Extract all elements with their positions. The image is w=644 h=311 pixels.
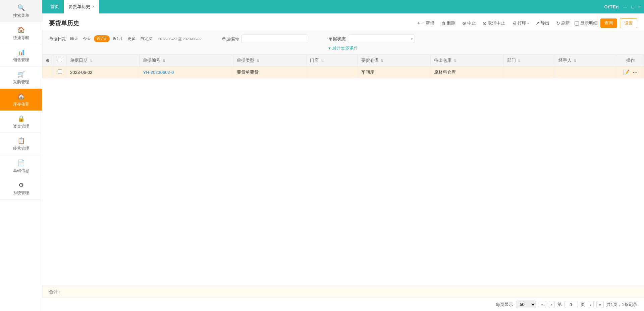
close-tab-button[interactable]: ×	[92, 4, 95, 9]
per-page-select[interactable]: 20 50 100	[516, 301, 536, 308]
new-label: + 新增	[422, 20, 434, 26]
page-title: 要货单历史	[49, 19, 414, 27]
sidebar-item-purchase[interactable]: 🛒 采购管理	[0, 66, 42, 89]
sort-store-icon[interactable]: ⇅	[321, 59, 324, 62]
col-settings[interactable]: ⚙	[42, 55, 53, 66]
date-btn-7days[interactable]: 近7天	[94, 35, 110, 42]
total-info: 共1页，1条记录	[606, 302, 637, 308]
sidebar-item-label: 系统管理	[13, 190, 29, 196]
row-req-warehouse: 车间库	[358, 66, 430, 78]
stop-icon: ⊗	[462, 20, 466, 26]
date-range-display: 2023-05-27 至 2023-06-02	[158, 37, 202, 42]
sidebar-item-search-menu[interactable]: 🔍 搜索菜单	[0, 0, 42, 22]
minimize-button[interactable]: —	[623, 4, 628, 9]
sort-pending-warehouse-icon[interactable]: ⇅	[454, 59, 457, 62]
row-store	[306, 66, 358, 78]
show-detail-checkbox[interactable]	[575, 21, 579, 26]
col-number: 单据编号 ⇅	[140, 55, 233, 66]
sidebar-item-operation[interactable]: 📋 经营管理	[0, 133, 42, 155]
refresh-icon: ↻	[556, 20, 560, 26]
sidebar-item-basic-info[interactable]: 📄 基础信息	[0, 155, 42, 177]
date-btn-1month[interactable]: 近1月	[111, 35, 125, 42]
row-handler	[555, 66, 617, 78]
date-btn-custom[interactable]: 自定义	[139, 35, 154, 42]
date-btn-yesterday[interactable]: 昨天	[68, 35, 80, 42]
row-more-button[interactable]: ⋯	[632, 69, 639, 75]
sort-req-warehouse-icon[interactable]: ⇅	[381, 59, 383, 62]
col-req-warehouse: 要货仓库 ⇅	[358, 55, 430, 66]
query-button[interactable]: 查询	[600, 18, 617, 28]
sort-handler-icon[interactable]: ⇅	[574, 59, 576, 62]
next-page-button[interactable]: ›	[588, 301, 594, 308]
sidebar-item-label: 经营管理	[13, 146, 29, 151]
expand-more-button[interactable]: ▾ 展开更多条件	[49, 45, 637, 51]
col-dept: 部门 ⇅	[503, 55, 555, 66]
sidebar-item-inventory[interactable]: 🏠 库存核算	[0, 89, 42, 111]
new-button[interactable]: ＋ + 新增	[414, 19, 436, 28]
doc-number-input[interactable]	[241, 35, 308, 43]
date-filter-group: 单据日期 昨天 今天 近7天 近1月 更多 自定义 2023-05-27 至 2…	[49, 35, 202, 42]
new-icon: ＋	[416, 20, 421, 26]
row-checkbox-cell[interactable]	[53, 66, 67, 78]
table-wrapper: ⚙ 单据日期 ⇅ 单据编号 ⇅ 单据类型	[42, 55, 644, 286]
print-label: 打印	[518, 20, 526, 26]
content-area: 要货单历史 ＋ + 新增 🗑 删除 ⊗ 中止 ⊗ 取消中止	[42, 13, 644, 311]
page-number-input[interactable]	[565, 301, 578, 308]
row-edit-button[interactable]: 📝	[622, 69, 631, 75]
settings-button[interactable]: 设置	[620, 18, 637, 28]
export-button[interactable]: ↗ 导出	[534, 19, 551, 28]
search-menu-icon: 🔍	[17, 4, 25, 11]
sidebar-item-label: 库存核算	[13, 101, 29, 107]
sidebar-item-system[interactable]: ⚙ 系统管理	[0, 177, 42, 199]
doc-status-select[interactable]	[348, 35, 415, 43]
date-btn-today[interactable]: 今天	[81, 35, 93, 42]
delete-button[interactable]: 🗑 删除	[439, 19, 458, 28]
prev-page-button[interactable]: ‹	[549, 301, 555, 308]
doc-number-link[interactable]: YH-20230602-0	[143, 70, 174, 75]
sort-date-icon[interactable]: ⇅	[90, 59, 93, 62]
show-detail-toggle[interactable]: 显示明细	[575, 20, 598, 26]
col-date: 单据日期 ⇅	[67, 55, 140, 66]
inventory-icon: 🏠	[17, 93, 25, 100]
cancel-stop-icon: ⊗	[483, 20, 487, 26]
toolbar: ＋ + 新增 🗑 删除 ⊗ 中止 ⊗ 取消中止 🖨 打印	[414, 18, 637, 28]
table-footer: 合计：	[42, 286, 644, 298]
row-type: 要货单要货	[233, 66, 306, 78]
sidebar-item-sales[interactable]: 📊 销售管理	[0, 44, 42, 66]
print-button[interactable]: 🖨 打印 ▾	[510, 19, 531, 28]
date-filter-label: 单据日期	[49, 36, 66, 42]
close-window-button[interactable]: ×	[638, 4, 641, 9]
tab-active[interactable]: 要货单历史 ×	[64, 0, 99, 13]
row-settings	[42, 66, 53, 78]
filter-bar: 单据日期 昨天 今天 近7天 近1月 更多 自定义 2023-05-27 至 2…	[42, 31, 644, 55]
cancel-stop-label: 取消中止	[488, 20, 505, 26]
tab-home[interactable]: 首页	[46, 0, 64, 13]
print-icon: 🖨	[512, 20, 517, 26]
maximize-button[interactable]: □	[632, 4, 634, 9]
row-checkbox[interactable]	[58, 70, 62, 74]
stop-button[interactable]: ⊗ 中止	[460, 19, 478, 28]
select-all-checkbox[interactable]	[58, 58, 62, 62]
sort-dept-icon[interactable]: ⇅	[518, 59, 521, 62]
per-page-label: 每页显示	[496, 302, 513, 308]
page-suffix: 页	[581, 302, 585, 308]
refresh-label: 刷新	[561, 20, 570, 26]
finance-icon: 🔒	[17, 115, 25, 122]
sort-number-icon[interactable]: ⇅	[163, 59, 165, 62]
sort-type-icon[interactable]: ⇅	[257, 59, 259, 62]
last-page-button[interactable]: »	[596, 301, 603, 308]
col-pending-warehouse: 待出仓库 ⇅	[431, 55, 503, 66]
sidebar-item-finance[interactable]: 🔒 资金管理	[0, 111, 42, 133]
sidebar-item-quick-nav[interactable]: 🏠 快捷导航	[0, 22, 42, 44]
topbar: 首页 要货单历史 × OfTEn — □ ×	[42, 0, 644, 13]
print-dropdown-icon[interactable]: ▾	[527, 21, 529, 25]
main-area: 首页 要货单历史 × OfTEn — □ × 要货单历史 ＋ + 新增 🗑	[42, 0, 644, 311]
cancel-stop-button[interactable]: ⊗ 取消中止	[481, 19, 507, 28]
refresh-button[interactable]: ↻ 刷新	[554, 19, 572, 28]
first-page-button[interactable]: «	[539, 301, 546, 308]
export-icon: ↗	[536, 20, 540, 26]
date-btn-more[interactable]: 更多	[126, 35, 137, 42]
col-checkbox[interactable]	[53, 55, 67, 66]
home-tab-label: 首页	[50, 4, 59, 10]
doc-status-select-wrapper	[348, 35, 415, 43]
